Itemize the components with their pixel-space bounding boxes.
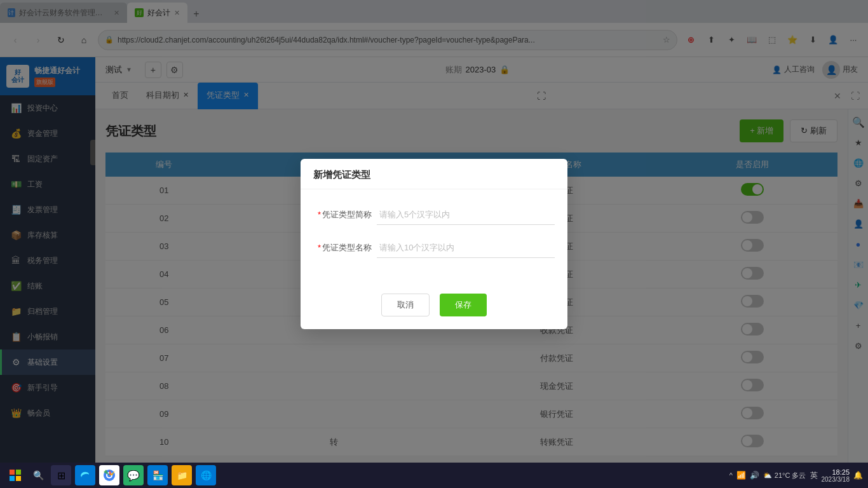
taskbar-task-view[interactable]: ⊞	[51, 465, 71, 485]
notification-icon[interactable]: 🔔	[853, 471, 863, 480]
lang-indicator[interactable]: 英	[810, 470, 818, 481]
abbr-required-mark: *	[318, 210, 321, 219]
form-row-name: *凭证类型名称	[313, 238, 555, 258]
start-button[interactable]	[5, 465, 25, 485]
clock-display[interactable]: 18:25 2023/3/18	[822, 468, 850, 483]
form-row-abbr: *凭证类型简称	[313, 205, 555, 225]
svg-rect-1	[16, 470, 21, 475]
svg-rect-0	[10, 470, 15, 475]
date-display: 2023/3/18	[822, 476, 850, 483]
taskbar-chrome-icon[interactable]	[99, 465, 119, 485]
modal-footer: 取消 保存	[301, 286, 567, 329]
taskbar-win-store[interactable]: 🏪	[147, 465, 168, 485]
taskbar-folder[interactable]: 📁	[172, 465, 192, 485]
new-voucher-modal: 新增凭证类型 *凭证类型简称 *凭证类型名称 取消 保存	[301, 159, 567, 329]
name-label: *凭证类型名称	[313, 242, 377, 254]
taskbar: 🔍 ⊞ 💬 🏪 📁 🌐 ^ 📶 🔊 ⛅ 21°C 多云 英 18:25 2023…	[0, 463, 868, 488]
weather-display: ⛅ 21°C 多云	[763, 471, 806, 480]
taskbar-edge-icon[interactable]	[75, 465, 95, 485]
abbr-input[interactable]	[377, 205, 555, 225]
tray-network[interactable]: 📶	[736, 471, 746, 480]
modal-header: 新增凭证类型	[301, 159, 567, 189]
name-input[interactable]	[377, 238, 555, 258]
name-required-mark: *	[318, 243, 321, 252]
weather-text: 21°C 多云	[775, 471, 806, 480]
svg-rect-2	[10, 476, 15, 481]
taskbar-search-btn[interactable]: 🔍	[29, 466, 47, 484]
cancel-button[interactable]: 取消	[381, 294, 430, 316]
modal-title: 新增凭证类型	[313, 169, 370, 180]
abbr-label: *凭证类型简称	[313, 209, 377, 220]
modal-body: *凭证类型简称 *凭证类型名称	[301, 189, 567, 286]
modal-overlay: 新增凭证类型 *凭证类型简称 *凭证类型名称 取消 保存	[0, 0, 868, 488]
system-tray: ^ 📶 🔊 ⛅ 21°C 多云 英 18:25 2023/3/18 🔔	[729, 468, 863, 483]
taskbar-edge2-icon[interactable]: 🌐	[196, 465, 216, 485]
svg-rect-3	[16, 476, 21, 481]
time-display: 18:25	[822, 468, 850, 476]
weather-icon: ⛅	[763, 471, 772, 480]
tray-arrow[interactable]: ^	[729, 471, 733, 479]
save-button[interactable]: 保存	[440, 294, 487, 316]
taskbar-wechat-icon[interactable]: 💬	[123, 465, 144, 485]
tray-volume[interactable]: 🔊	[750, 471, 759, 480]
